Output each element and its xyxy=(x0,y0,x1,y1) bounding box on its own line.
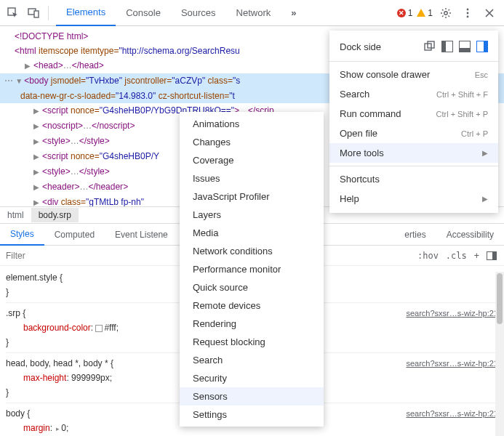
menu-run-command[interactable]: Run commandCtrl + Shift + P xyxy=(329,104,498,124)
menu-shortcuts[interactable]: Shortcuts xyxy=(329,169,498,189)
menu-more-tools[interactable]: More tools▶ xyxy=(329,143,498,163)
stab-accessibility[interactable]: Accessibility xyxy=(436,224,504,246)
crumb-html[interactable]: html xyxy=(0,208,31,222)
shortcut-label: Ctrl + Shift + F xyxy=(436,90,488,99)
inspect-icon[interactable] xyxy=(4,4,22,22)
more-tools-submenu: Animations Changes Coverage Issues JavaS… xyxy=(180,112,324,427)
menu-separator xyxy=(329,166,498,166)
chevron-right-icon: ▶ xyxy=(482,195,488,203)
stab-event-listeners[interactable]: Event Listene xyxy=(105,224,178,246)
submenu-settings[interactable]: Settings xyxy=(180,405,324,424)
error-badge[interactable]: ✕1 xyxy=(397,8,413,18)
menu-separator xyxy=(329,61,498,62)
scrollbar-thumb[interactable] xyxy=(497,273,503,324)
device-toggle-icon[interactable] xyxy=(25,4,42,22)
hov-toggle[interactable]: :hov xyxy=(417,251,439,261)
stab-styles[interactable]: Styles xyxy=(0,224,44,246)
css-prop[interactable]: background-color xyxy=(6,323,91,333)
shortcut-label: Ctrl + P xyxy=(461,129,488,138)
rule-source-link[interactable]: search?sxsr…s-wiz-hp:21 xyxy=(406,406,498,421)
toolbar-right: ✕1 1 xyxy=(397,4,504,22)
submenu-search[interactable]: Search xyxy=(180,351,324,369)
css-value[interactable]: #fff; xyxy=(104,323,119,333)
dock-bottom-icon[interactable] xyxy=(459,41,471,52)
submenu-media[interactable]: Media xyxy=(180,224,324,242)
menu-show-console[interactable]: Show console drawerEsc xyxy=(329,65,498,84)
tab-sources[interactable]: Sources xyxy=(171,0,226,26)
dock-right-icon[interactable] xyxy=(476,41,488,52)
menu-open-file[interactable]: Open fileCtrl + P xyxy=(329,124,498,143)
computed-sidebar-icon[interactable] xyxy=(487,251,497,260)
rule-source-link[interactable]: search?sxsr…s-wiz-hp:21 xyxy=(406,356,498,371)
submenu-javascript-profiler[interactable]: JavaScript Profiler xyxy=(180,187,324,206)
tabs-overflow-icon[interactable]: » xyxy=(281,0,306,26)
tab-console[interactable]: Console xyxy=(116,0,171,26)
chevron-right-icon: ▶ xyxy=(482,149,488,157)
svg-point-4 xyxy=(467,8,469,10)
css-value[interactable]: 999999px; xyxy=(71,373,112,383)
svg-rect-2 xyxy=(34,11,39,17)
submenu-changes[interactable]: Changes xyxy=(180,133,324,151)
stab-computed[interactable]: Computed xyxy=(44,224,105,246)
submenu-network-conditions[interactable]: Network conditions xyxy=(180,242,324,260)
shortcut-label: Ctrl + Shift + P xyxy=(436,110,488,118)
dock-side-label: Dock side xyxy=(340,41,417,52)
submenu-layers[interactable]: Layers xyxy=(180,206,324,224)
crumb-body[interactable]: body.srp xyxy=(31,208,79,222)
styles-filter-input[interactable] xyxy=(0,248,145,264)
svg-point-5 xyxy=(467,12,469,14)
error-count: 1 xyxy=(408,8,413,18)
submenu-security[interactable]: Security xyxy=(180,369,324,387)
submenu-animations[interactable]: Animations xyxy=(180,115,324,133)
dock-side-row: Dock side xyxy=(329,35,498,58)
separator xyxy=(48,6,49,20)
submenu-request-blocking[interactable]: Request blocking xyxy=(180,333,324,351)
css-prop[interactable]: max-height xyxy=(6,373,66,383)
close-icon[interactable] xyxy=(481,4,498,22)
submenu-issues[interactable]: Issues xyxy=(180,169,324,187)
cls-toggle[interactable]: .cls xyxy=(446,251,467,261)
css-prop[interactable]: margin xyxy=(6,423,50,433)
submenu-quick-source[interactable]: Quick source xyxy=(180,278,324,296)
dock-left-icon[interactable] xyxy=(441,41,453,52)
menu-search[interactable]: SearchCtrl + Shift + F xyxy=(329,84,498,104)
svg-point-3 xyxy=(444,11,447,14)
main-menu: Dock side Show console drawerEsc SearchC… xyxy=(329,31,498,213)
rule-source-link[interactable]: search?sxsr…s-wiz-hp:21 xyxy=(406,306,498,320)
tab-elements[interactable]: Elements xyxy=(56,0,116,26)
settings-icon[interactable] xyxy=(437,4,455,22)
menu-help[interactable]: Help▶ xyxy=(329,189,498,209)
dock-undock-icon[interactable] xyxy=(424,41,436,52)
submenu-performance-monitor[interactable]: Performance monitor xyxy=(180,260,324,278)
kebab-menu-icon[interactable] xyxy=(459,4,476,22)
stab-properties[interactable]: erties xyxy=(394,224,436,246)
new-rule-icon[interactable]: + xyxy=(474,251,479,261)
svg-point-6 xyxy=(467,15,469,17)
devtools-toolbar: Elements Console Sources Network » ✕1 1 xyxy=(0,0,504,26)
css-value[interactable]: 0; xyxy=(61,423,68,433)
submenu-coverage[interactable]: Coverage xyxy=(180,151,324,169)
tab-network[interactable]: Network xyxy=(226,0,281,26)
submenu-remote-devices[interactable]: Remote devices xyxy=(180,296,324,315)
color-swatch[interactable] xyxy=(95,325,103,332)
warning-badge[interactable]: 1 xyxy=(417,8,433,18)
scrollbar[interactable] xyxy=(495,272,504,436)
submenu-sensors[interactable]: Sensors xyxy=(180,387,324,405)
warning-count: 1 xyxy=(428,8,433,18)
main-tabs: Elements Console Sources Network » xyxy=(56,0,307,26)
submenu-rendering[interactable]: Rendering xyxy=(180,315,324,333)
shortcut-label: Esc xyxy=(475,70,488,79)
toolbar-left-icons xyxy=(0,4,56,22)
